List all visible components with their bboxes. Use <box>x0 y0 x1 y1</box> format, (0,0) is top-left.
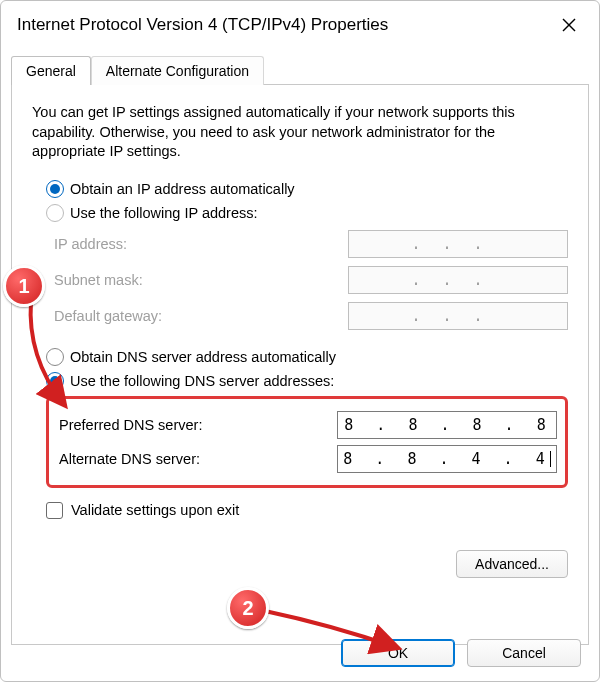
tab-alternate-configuration[interactable]: Alternate Configuration <box>91 56 264 85</box>
tab-label: General <box>26 63 76 79</box>
button-label: Cancel <box>502 645 546 661</box>
subnet-mask-label: Subnet mask: <box>54 272 143 288</box>
radio-icon <box>46 180 64 198</box>
preferred-dns-label: Preferred DNS server: <box>59 417 202 433</box>
radio-dns-manual[interactable]: Use the following DNS server addresses: <box>46 372 568 390</box>
tab-strip: General Alternate Configuration <box>11 53 589 85</box>
ipv4-properties-dialog: Internet Protocol Version 4 (TCP/IPv4) P… <box>0 0 600 682</box>
ok-button[interactable]: OK <box>341 639 455 667</box>
preferred-dns-value: 8 . 8 . 8 . 8 <box>344 416 549 434</box>
default-gateway-input: ... <box>348 302 568 330</box>
ip-manual-fields: IP address: ... Subnet mask: ... Default… <box>54 230 568 330</box>
preferred-dns-input[interactable]: 8 . 8 . 8 . 8 <box>337 411 557 439</box>
radio-icon <box>46 348 64 366</box>
cancel-button[interactable]: Cancel <box>467 639 581 667</box>
checkbox-label: Validate settings upon exit <box>71 502 239 518</box>
advanced-button[interactable]: Advanced... <box>456 550 568 578</box>
dialog-button-row: OK Cancel <box>341 639 581 667</box>
button-label: Advanced... <box>475 556 549 572</box>
tab-label: Alternate Configuration <box>106 63 249 79</box>
radio-label: Use the following DNS server addresses: <box>70 373 334 389</box>
titlebar: Internet Protocol Version 4 (TCP/IPv4) P… <box>1 1 599 51</box>
alternate-dns-value: 8 . 8 . 4 . 4 <box>343 450 548 468</box>
close-button[interactable] <box>555 11 583 39</box>
ip-address-label: IP address: <box>54 236 127 252</box>
checkbox-icon <box>46 502 63 519</box>
tab-general[interactable]: General <box>11 56 91 85</box>
ip-address-input: ... <box>348 230 568 258</box>
annotation-badge-1: 1 <box>3 265 45 307</box>
button-label: OK <box>388 645 408 661</box>
alternate-dns-input[interactable]: 8 . 8 . 4 . 4 <box>337 445 557 473</box>
subnet-mask-input: ... <box>348 266 568 294</box>
alternate-dns-label: Alternate DNS server: <box>59 451 200 467</box>
dialog-content: General Alternate Configuration You can … <box>1 51 599 681</box>
radio-ip-manual[interactable]: Use the following IP address: <box>46 204 568 222</box>
text-caret-icon <box>550 451 551 467</box>
radio-icon <box>46 372 64 390</box>
validate-settings-checkbox[interactable]: Validate settings upon exit <box>46 502 568 519</box>
radio-ip-auto[interactable]: Obtain an IP address automatically <box>46 180 568 198</box>
radio-icon <box>46 204 64 222</box>
radio-label: Obtain an IP address automatically <box>70 181 295 197</box>
annotation-badge-2: 2 <box>227 587 269 629</box>
window-title: Internet Protocol Version 4 (TCP/IPv4) P… <box>17 15 388 35</box>
radio-label: Obtain DNS server address automatically <box>70 349 336 365</box>
default-gateway-label: Default gateway: <box>54 308 162 324</box>
radio-dns-auto[interactable]: Obtain DNS server address automatically <box>46 348 568 366</box>
dns-fields-highlight: Preferred DNS server: 8 . 8 . 8 . 8 Alte… <box>46 396 568 488</box>
description-text: You can get IP settings assigned automat… <box>32 103 568 162</box>
close-icon <box>562 18 576 32</box>
general-panel: You can get IP settings assigned automat… <box>11 85 589 645</box>
radio-label: Use the following IP address: <box>70 205 258 221</box>
